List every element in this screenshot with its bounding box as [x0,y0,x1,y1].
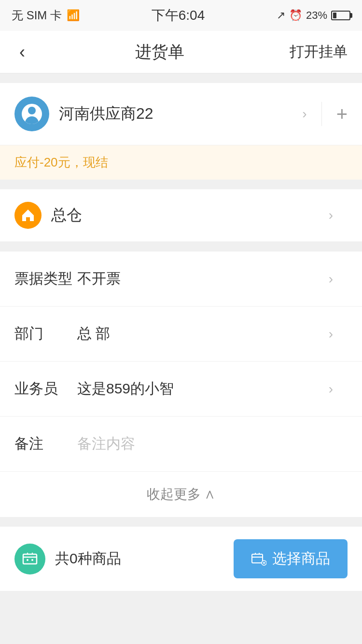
remark-row[interactable]: 备注 备注内容 [0,416,362,471]
bottom-bar: 共0种商品 选择商品 [0,527,362,591]
remark-label: 备注 [14,434,77,454]
select-product-button[interactable]: 选择商品 [234,539,348,578]
status-bar: 无 SIM 卡 📶 下午6:04 ↗ ⏰ 23% [0,0,362,31]
status-time: 下午6:04 [152,6,205,25]
product-count: 共0种商品 [55,549,234,569]
dept-value: 总 部 [77,324,329,344]
battery-text: 23% [306,9,327,22]
vertical-divider [321,102,322,126]
collapse-button[interactable]: 收起更多 ∧ [0,471,362,517]
supplier-name: 河南供应商22 [59,103,302,125]
cart-icon-wrap [14,544,45,574]
warehouse-icon [14,202,42,229]
svg-point-1 [27,559,28,561]
staff-value: 这是859的小智 [77,379,329,399]
notice-text: 应付-20元，现结 [14,155,108,169]
form-card: 票据类型 不开票 › 部门 总 部 › 业务员 这是859的小智 › 备注 备注… [0,251,362,517]
select-btn-label: 选择商品 [272,549,330,569]
cart-icon [21,550,39,568]
add-supplier-button[interactable]: + [336,103,348,125]
avatar-icon [22,104,42,124]
svg-rect-0 [23,554,37,564]
location-icon: ↗ [277,9,285,22]
svg-point-2 [31,559,33,561]
dept-row[interactable]: 部门 总 部 › [0,306,362,361]
invoice-value: 不开票 [77,269,329,289]
battery-indicator [331,11,350,20]
warehouse-card: 总仓 › [0,189,362,241]
warehouse-chevron-icon: › [329,208,333,223]
notice-bar: 应付-20元，现结 [0,145,362,180]
status-left: 无 SIM 卡 📶 [12,8,80,23]
battery-fill [333,13,336,18]
remark-input[interactable]: 备注内容 [77,434,348,454]
warehouse-row[interactable]: 总仓 › [0,189,362,241]
warehouse-name: 总仓 [51,205,329,226]
house-svg [20,208,36,223]
collapse-label: 收起更多 ∧ [147,487,216,502]
supplier-chevron-icon: › [302,106,306,122]
supplier-card: 河南供应商22 › + 应付-20元，现结 [0,83,362,180]
alarm-icon: ⏰ [289,9,302,22]
page-title: 进货单 [135,41,184,63]
top-divider [0,73,362,83]
divider-1 [0,180,362,189]
supplier-row[interactable]: 河南供应商22 › + [0,83,362,145]
divider-2 [0,241,362,251]
back-button[interactable]: ‹ [14,37,30,67]
divider-3 [0,517,362,527]
wifi-icon: 📶 [67,9,80,22]
invoice-row[interactable]: 票据类型 不开票 › [0,251,362,306]
status-right: ↗ ⏰ 23% [277,9,350,22]
carrier-text: 无 SIM 卡 [12,8,62,23]
open-pending-button[interactable]: 打开挂单 [290,42,348,62]
staff-chevron-icon: › [329,381,333,397]
invoice-chevron-icon: › [329,271,333,287]
invoice-label: 票据类型 [14,269,77,289]
staff-label: 业务员 [14,379,77,399]
staff-row[interactable]: 业务员 这是859的小智 › [0,361,362,416]
nav-bar: ‹ 进货单 打开挂单 [0,31,362,73]
supplier-avatar [14,97,49,131]
dept-chevron-icon: › [329,326,333,342]
select-product-icon [251,552,266,566]
dept-label: 部门 [14,324,77,344]
svg-rect-3 [252,554,263,563]
